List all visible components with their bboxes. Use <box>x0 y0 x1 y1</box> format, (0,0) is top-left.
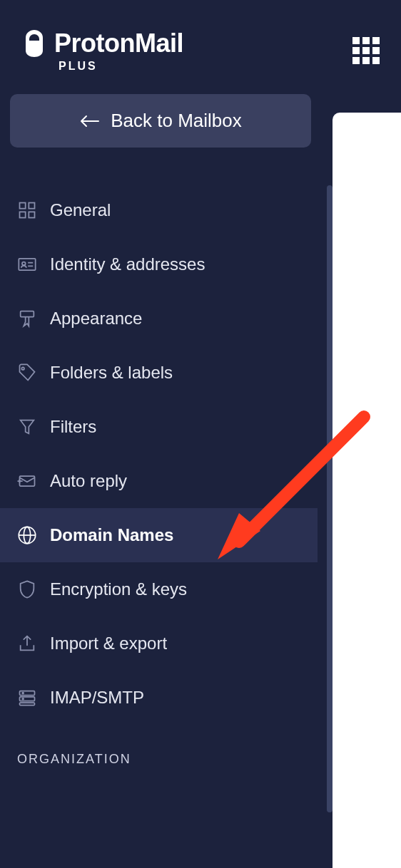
svg-point-9 <box>21 367 24 370</box>
brush-icon <box>17 309 37 329</box>
svg-point-17 <box>22 693 24 694</box>
back-button-label: Back to Mailbox <box>111 110 242 132</box>
globe-icon <box>17 525 37 545</box>
svg-rect-8 <box>21 311 34 317</box>
svg-rect-16 <box>20 703 35 706</box>
sidebar-item-domains[interactable]: Domain Names <box>0 508 318 562</box>
settings-sidebar: General Identity & addresses Appearance … <box>0 183 318 774</box>
funnel-icon <box>17 417 37 437</box>
lock-icon <box>21 29 47 58</box>
reply-icon <box>17 471 37 491</box>
brand-logo[interactable]: ProtonMail PLUS <box>21 29 183 73</box>
grid-icon <box>17 200 37 220</box>
id-card-icon <box>17 254 37 274</box>
apps-menu-icon[interactable] <box>352 37 380 64</box>
svg-point-5 <box>22 262 26 266</box>
sidebar-item-label: Filters <box>50 417 96 437</box>
sidebar-item-general[interactable]: General <box>0 183 318 237</box>
sidebar-item-encryption[interactable]: Encryption & keys <box>0 562 318 616</box>
sidebar-item-folders[interactable]: Folders & labels <box>0 346 318 400</box>
sidebar-item-import[interactable]: Import & export <box>0 616 318 671</box>
tag-icon <box>17 363 37 383</box>
server-icon <box>17 688 37 708</box>
sidebar-item-label: Folders & labels <box>50 363 173 383</box>
shield-icon <box>17 579 37 599</box>
sidebar-item-label: Identity & addresses <box>50 254 205 274</box>
section-header-organization: ORGANIZATION <box>0 725 318 774</box>
brand-plan: PLUS <box>59 60 183 73</box>
sidebar-item-autoreply[interactable]: Auto reply <box>0 454 318 508</box>
back-to-mailbox-button[interactable]: Back to Mailbox <box>10 94 311 148</box>
sidebar-item-label: Encryption & keys <box>50 579 187 599</box>
sidebar-item-appearance[interactable]: Appearance <box>0 291 318 346</box>
sidebar-item-label: Import & export <box>50 634 167 653</box>
sidebar-scrollbar[interactable] <box>327 185 333 812</box>
svg-point-18 <box>22 698 24 700</box>
svg-rect-1 <box>29 203 34 209</box>
sidebar-item-label: IMAP/SMTP <box>50 688 144 708</box>
svg-rect-4 <box>19 259 35 270</box>
svg-rect-2 <box>20 212 26 217</box>
sidebar-item-label: Auto reply <box>50 471 127 491</box>
sidebar-item-filters[interactable]: Filters <box>0 400 318 454</box>
sidebar-item-label: Domain Names <box>50 525 173 545</box>
sidebar-item-label: Appearance <box>50 309 142 329</box>
sidebar-item-imap[interactable]: IMAP/SMTP <box>0 671 318 725</box>
svg-rect-3 <box>29 212 34 217</box>
sidebar-item-label: General <box>50 200 111 220</box>
header: ProtonMail PLUS <box>0 0 401 94</box>
arrow-left-icon <box>79 115 99 128</box>
brand-name: ProtonMail <box>54 29 183 58</box>
import-export-icon <box>17 634 37 653</box>
main-content-panel <box>333 113 401 868</box>
svg-rect-0 <box>20 203 26 209</box>
sidebar-item-identity[interactable]: Identity & addresses <box>0 237 318 291</box>
